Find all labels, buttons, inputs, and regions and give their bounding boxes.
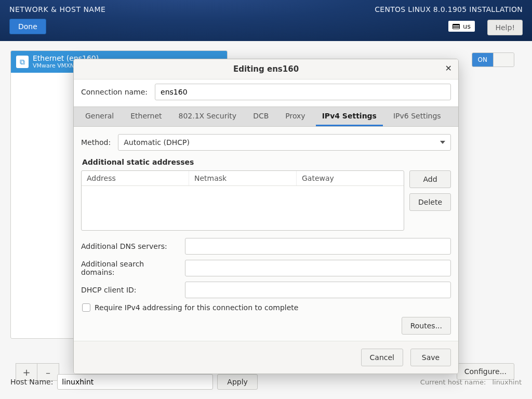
ipv4-form: Additional DNS servers: Additional searc… bbox=[81, 238, 451, 298]
require-ipv4-checkbox[interactable] bbox=[82, 303, 90, 312]
current-hostname-value: linuxhint bbox=[492, 378, 522, 386]
dialog-footer: Cancel Save bbox=[74, 341, 458, 374]
connection-name-input[interactable] bbox=[155, 84, 451, 100]
delete-address-button[interactable]: Delete bbox=[409, 193, 451, 211]
keyboard-layout-label: us bbox=[463, 22, 471, 30]
dialog-close-button[interactable]: ✕ bbox=[445, 63, 452, 73]
addresses-table-header: Address Netmask Gateway bbox=[82, 171, 404, 186]
tab-ipv6-settings[interactable]: IPv6 Settings bbox=[387, 107, 447, 126]
toggle-knob bbox=[493, 53, 514, 66]
tab-dcb[interactable]: DCB bbox=[247, 107, 275, 126]
additional-addresses-title: Additional static addresses bbox=[82, 158, 451, 166]
col-netmask: Netmask bbox=[189, 171, 297, 185]
tab-ipv4-settings[interactable]: IPv4 Settings bbox=[316, 107, 383, 126]
method-row: Method: Automatic (DHCP) bbox=[81, 134, 451, 151]
installer-header: NETWORK & HOST NAME CENTOS LINUX 8.0.190… bbox=[0, 0, 532, 41]
ethernet-icon: ⧉ bbox=[16, 56, 29, 68]
col-gateway: Gateway bbox=[297, 171, 404, 185]
current-hostname-label: Current host name: bbox=[420, 378, 486, 386]
routes-button[interactable]: Routes... bbox=[402, 317, 451, 335]
edit-connection-dialog: Editing ens160 ✕ Connection name: Genera… bbox=[73, 59, 459, 374]
ipv4-settings-panel: Method: Automatic (DHCP) Additional stat… bbox=[74, 127, 458, 341]
tab-802-1x-security[interactable]: 802.1X Security bbox=[172, 107, 243, 126]
save-button[interactable]: Save bbox=[410, 349, 451, 366]
product-title: CENTOS LINUX 8.0.1905 INSTALLATION bbox=[375, 5, 523, 14]
hostname-input[interactable] bbox=[57, 374, 213, 390]
require-ipv4-row: Require IPv4 addressing for this connect… bbox=[82, 303, 451, 312]
dialog-title: Editing ens160 bbox=[233, 64, 299, 74]
method-value: Automatic (DHCP) bbox=[124, 138, 190, 147]
tab-general[interactable]: General bbox=[79, 107, 120, 126]
dhcp-client-id-label: DHCP client ID: bbox=[81, 286, 178, 294]
keyboard-layout-indicator[interactable]: us bbox=[448, 21, 475, 32]
tab-proxy[interactable]: Proxy bbox=[279, 107, 311, 126]
connection-name-row: Connection name: bbox=[74, 79, 458, 107]
addresses-side-buttons: Add Delete bbox=[409, 170, 451, 231]
apply-hostname-button[interactable]: Apply bbox=[217, 374, 258, 390]
help-button[interactable]: Help! bbox=[487, 20, 523, 35]
hostname-label: Host Name: bbox=[10, 378, 53, 386]
current-hostname: Current host name: linuxhint bbox=[420, 378, 522, 386]
done-button[interactable]: Done bbox=[9, 19, 46, 34]
dhcp-client-id-input[interactable] bbox=[185, 282, 451, 298]
col-address: Address bbox=[82, 171, 189, 185]
addresses-table[interactable]: Address Netmask Gateway bbox=[81, 170, 404, 231]
toggle-on-label: ON bbox=[472, 53, 493, 66]
dns-servers-input[interactable] bbox=[185, 238, 451, 255]
hostname-row: Host Name: Apply Current host name: linu… bbox=[10, 374, 522, 390]
add-address-button[interactable]: Add bbox=[409, 170, 451, 188]
method-combobox[interactable]: Automatic (DHCP) bbox=[118, 134, 451, 151]
device-toggle[interactable]: ON bbox=[472, 52, 514, 67]
require-ipv4-label: Require IPv4 addressing for this connect… bbox=[95, 303, 298, 312]
dialog-tabs: GeneralEthernet802.1X SecurityDCBProxyIP… bbox=[74, 107, 458, 127]
search-domains-label: Additional search domains: bbox=[81, 260, 178, 276]
dialog-titlebar: Editing ens160 ✕ bbox=[74, 59, 458, 79]
cancel-button[interactable]: Cancel bbox=[361, 349, 403, 366]
method-label: Method: bbox=[81, 138, 111, 147]
connection-name-label: Connection name: bbox=[81, 88, 148, 96]
chevron-down-icon bbox=[440, 141, 445, 144]
addresses-block: Address Netmask Gateway Add Delete bbox=[81, 170, 451, 231]
search-domains-input[interactable] bbox=[185, 260, 451, 276]
dns-servers-label: Additional DNS servers: bbox=[81, 242, 178, 250]
keyboard-icon bbox=[453, 24, 460, 29]
tab-ethernet[interactable]: Ethernet bbox=[124, 107, 168, 126]
